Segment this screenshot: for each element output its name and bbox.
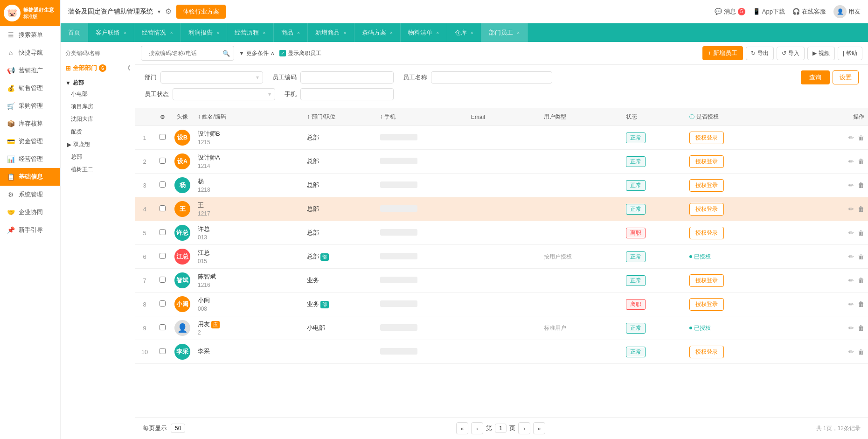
row-checkbox[interactable] — [160, 253, 166, 259]
tab-close-goods[interactable]: × — [297, 30, 300, 35]
row-checkbox[interactable] — [160, 181, 166, 188]
row-settings[interactable] — [154, 126, 171, 150]
tab-history[interactable]: 经营历程 × — [227, 23, 273, 42]
dept-item-shuanglu[interactable]: ▶ 双鹿想 — [61, 138, 135, 151]
help-button[interactable]: | 帮助 — [838, 47, 862, 60]
app-download-btn[interactable]: 📱 App下载 — [753, 7, 785, 16]
row-checkbox[interactable] — [160, 300, 166, 307]
dept-item-shuziwang[interactable]: 植树王二 — [61, 163, 135, 176]
tab-profit[interactable]: 利润报告 × — [181, 23, 227, 42]
tab-new-goods[interactable]: 新增商品 × — [308, 23, 354, 42]
row-checkbox[interactable] — [160, 229, 166, 235]
row-checkbox[interactable] — [160, 324, 166, 330]
row-settings[interactable] — [154, 245, 171, 269]
prev-page-btn[interactable]: ‹ — [471, 422, 483, 434]
setting-button[interactable]: 设置 — [833, 70, 859, 84]
next-page-btn[interactable]: › — [518, 422, 530, 434]
auth-button[interactable]: 授权登录 — [689, 132, 724, 144]
auth-button[interactable]: 授权登录 — [689, 346, 724, 358]
page-size-value[interactable]: 50 — [171, 424, 185, 433]
tab-close-warehouse[interactable]: × — [471, 30, 473, 35]
filter-search-input[interactable] — [145, 48, 220, 58]
tab-close-new-goods[interactable]: × — [343, 30, 346, 35]
online-service-btn[interactable]: 🎧 在线客服 — [792, 7, 826, 16]
row-checkbox[interactable] — [160, 205, 166, 211]
dept-item-peihuo[interactable]: 配货 — [61, 125, 135, 138]
row-checkbox[interactable] — [160, 134, 166, 140]
sidebar-item-quick-nav[interactable]: ⌂ 快捷导航 — [0, 44, 60, 62]
dept-group-general[interactable]: ▼ 总部 — [61, 76, 135, 88]
tab-close-profit[interactable]: × — [216, 30, 219, 35]
row-checkbox[interactable] — [160, 158, 166, 164]
tab-department-staff[interactable]: 部门员工 × — [481, 23, 528, 42]
col-header-name[interactable]: ↕ 姓名/编码 — [194, 108, 303, 126]
sidebar-item-purchase[interactable]: 🛒 采购管理 — [0, 97, 60, 115]
row-settings[interactable] — [154, 150, 171, 174]
tab-operations[interactable]: 经营情况 × — [134, 23, 181, 42]
topbar-gear-btn[interactable]: ⚙ — [165, 7, 172, 16]
collapse-btn[interactable]: 《 — [125, 64, 130, 72]
message-btn[interactable]: 💬 消息 5 — [715, 7, 745, 16]
user-menu-btn[interactable]: 👤 用友 — [833, 5, 861, 18]
sidebar-item-search[interactable]: ☰ 搜索菜单 — [0, 26, 60, 44]
tab-home[interactable]: 首页 — [61, 23, 88, 42]
auth-button[interactable]: 授权登录 — [689, 227, 724, 239]
tab-close-department-staff[interactable]: × — [517, 30, 520, 35]
tab-close-customers[interactable]: × — [124, 30, 126, 35]
delete-button[interactable]: 🗑 — [858, 324, 864, 332]
sidebar-item-finance[interactable]: 💳 资金管理 — [0, 132, 60, 150]
phone-input[interactable] — [300, 88, 394, 100]
edit-button[interactable]: ✏ — [848, 253, 854, 260]
row-settings[interactable] — [154, 269, 171, 293]
status-select[interactable]: ▾ — [173, 88, 275, 100]
current-page-input[interactable]: 1 — [495, 424, 507, 433]
topbar-dropdown-btn[interactable]: ▾ — [158, 8, 160, 15]
edit-button[interactable]: ✏ — [848, 277, 854, 284]
tab-material[interactable]: 物料清单 × — [401, 23, 447, 42]
dept-item-shenyang[interactable]: 沈阳大库 — [61, 113, 135, 125]
col-header-phone[interactable]: ↕ 手机 — [376, 108, 467, 126]
col-header-settings[interactable]: ⚙ — [154, 108, 171, 126]
view-button[interactable]: ▶ 视频 — [807, 47, 835, 60]
sidebar-item-inventory[interactable]: 📦 库存核算 — [0, 115, 60, 132]
tab-close-material[interactable]: × — [436, 30, 439, 35]
auth-button[interactable]: 授权登录 — [689, 203, 724, 216]
delete-button[interactable]: 🗑 — [858, 134, 864, 141]
row-checkbox[interactable] — [160, 348, 166, 354]
edit-button[interactable]: ✏ — [848, 348, 854, 355]
sidebar-item-ops[interactable]: 📊 经营管理 — [0, 150, 60, 168]
dept-item-project[interactable]: 项目库房 — [61, 100, 135, 113]
edit-button[interactable]: ✏ — [848, 229, 854, 237]
row-settings[interactable] — [154, 340, 171, 364]
tab-close-history[interactable]: × — [263, 30, 265, 35]
trial-button[interactable]: 体验行业方案 — [176, 5, 226, 19]
export-button[interactable]: ↻ 导出 — [746, 47, 774, 60]
edit-button[interactable]: ✏ — [848, 205, 854, 213]
last-page-btn[interactable]: » — [533, 422, 545, 434]
delete-button[interactable]: 🗑 — [858, 300, 864, 308]
row-settings[interactable] — [154, 316, 171, 340]
tab-customers[interactable]: 客户联络 × — [88, 23, 134, 42]
auth-button[interactable]: 授权登录 — [689, 155, 724, 168]
dept-item-xiaodian[interactable]: 小电部 — [61, 88, 135, 100]
delete-button[interactable]: 🗑 — [858, 181, 864, 189]
sidebar-item-sales[interactable]: 💰 销售管理 — [0, 79, 60, 97]
filter-more-btn[interactable]: ▼ 更多条件 ∧ — [239, 49, 275, 57]
edit-button[interactable]: ✏ — [848, 324, 854, 332]
row-checkbox[interactable] — [160, 277, 166, 283]
sidebar-item-basic[interactable]: 📋 基础信息 — [0, 168, 60, 186]
delete-button[interactable]: 🗑 — [858, 277, 864, 284]
add-employee-button[interactable]: + 新增员工 — [702, 46, 743, 60]
edit-button[interactable]: ✏ — [848, 181, 854, 189]
edit-button[interactable]: ✏ — [848, 158, 854, 165]
edit-button[interactable]: ✏ — [848, 134, 854, 141]
sidebar-item-marketing[interactable]: 📢 营销推广 — [0, 62, 60, 79]
tab-close-operations[interactable]: × — [170, 30, 173, 35]
sidebar-item-collab[interactable]: 🤝 企业协同 — [0, 203, 60, 221]
tab-goods[interactable]: 商品 × — [274, 23, 308, 42]
first-page-btn[interactable]: « — [456, 422, 468, 434]
dept-select[interactable]: ▾ — [160, 71, 263, 84]
row-settings[interactable] — [154, 174, 171, 197]
dept-search-input[interactable] — [65, 50, 135, 56]
tab-warehouse[interactable]: 仓库 × — [447, 23, 481, 42]
